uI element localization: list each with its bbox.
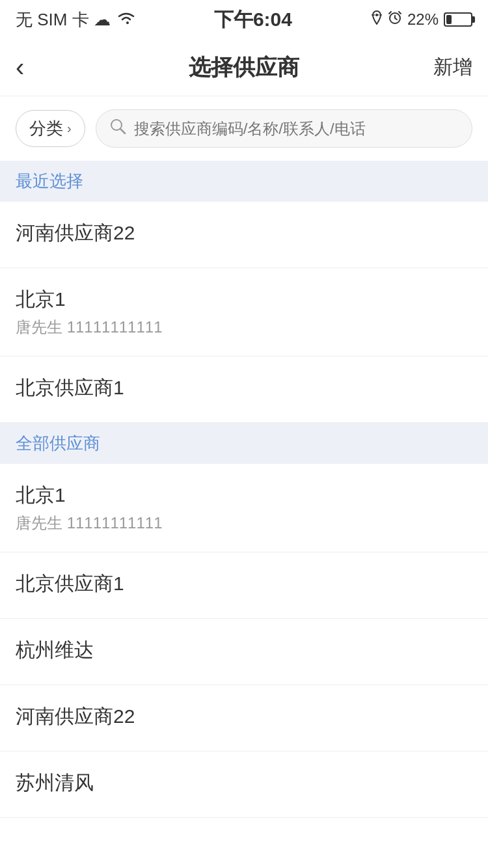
sim-status: 无 SIM 卡 ☁: [16, 8, 111, 31]
location-icon: [371, 10, 383, 29]
all-section-header: 全部供应商: [0, 423, 488, 464]
search-box[interactable]: [96, 109, 472, 148]
status-left: 无 SIM 卡 ☁: [16, 8, 135, 31]
item-name: 苏州清风: [16, 770, 472, 796]
item-name: 北京1: [16, 286, 472, 313]
search-input[interactable]: [134, 120, 459, 138]
item-name: 北京供应商1: [16, 375, 472, 401]
item-name: 杭州维达: [16, 637, 472, 664]
recent-list: 河南供应商22北京1唐先生 11111111111北京供应商1: [0, 202, 488, 423]
recent-section-header: 最近选择: [0, 161, 488, 202]
filter-bar: 分类 ›: [0, 96, 488, 161]
item-detail: 唐先生 11111111111: [16, 513, 472, 534]
list-item[interactable]: 杭州维达: [0, 619, 488, 685]
status-bar: 无 SIM 卡 ☁ 下午6:04 22%: [0, 0, 488, 39]
status-time: 下午6:04: [214, 7, 292, 33]
add-button[interactable]: 新增: [433, 54, 472, 81]
alarm-icon: [388, 10, 402, 29]
battery-percent: 22%: [407, 10, 439, 29]
list-item[interactable]: 北京1唐先生 11111111111: [0, 464, 488, 552]
wifi-icon: [117, 10, 135, 30]
list-item[interactable]: 北京1唐先生 11111111111: [0, 268, 488, 357]
list-item[interactable]: 北京供应商1: [0, 552, 488, 619]
back-button[interactable]: ‹: [16, 53, 55, 82]
item-detail: 唐先生 11111111111: [16, 317, 472, 338]
status-right: 22%: [371, 10, 472, 29]
chevron-right-icon: ›: [67, 121, 72, 136]
search-icon: [109, 118, 126, 139]
list-item[interactable]: 苏州清风: [0, 752, 488, 818]
item-name: 北京1: [16, 482, 472, 509]
battery-icon: [444, 12, 472, 27]
all-suppliers-list: 北京1唐先生 11111111111北京供应商1杭州维达河南供应商22苏州清风: [0, 464, 488, 818]
category-label: 分类: [29, 117, 63, 140]
item-name: 河南供应商22: [16, 703, 472, 730]
item-name: 河南供应商22: [16, 220, 472, 247]
list-item[interactable]: 河南供应商22: [0, 202, 488, 268]
category-button[interactable]: 分类 ›: [16, 110, 85, 147]
item-name: 北京供应商1: [16, 571, 472, 597]
nav-bar: ‹ 选择供应商 新增: [0, 39, 488, 96]
list-item[interactable]: 北京供应商1: [0, 357, 488, 423]
page-title: 选择供应商: [189, 53, 299, 83]
list-item[interactable]: 河南供应商22: [0, 685, 488, 752]
